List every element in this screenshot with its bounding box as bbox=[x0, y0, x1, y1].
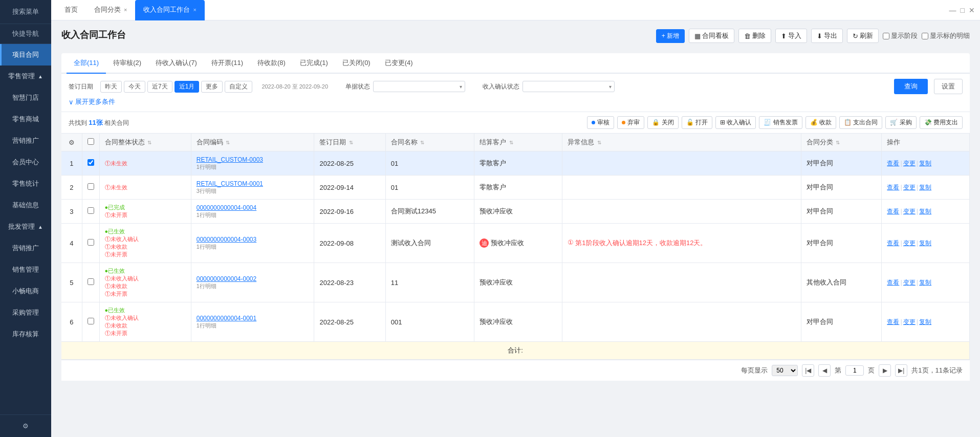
tab-contract-category-close[interactable]: × bbox=[124, 7, 127, 13]
sidebar-search[interactable]: 搜索菜单 bbox=[0, 0, 51, 24]
prev-page-btn[interactable]: ◀ bbox=[818, 364, 831, 377]
view-link[interactable]: 查看 bbox=[887, 239, 899, 247]
page-input[interactable] bbox=[845, 365, 864, 376]
show-detail-checkbox[interactable]: 显示标的明细 bbox=[922, 31, 970, 40]
sidebar-item-base-info[interactable]: 基础信息 bbox=[0, 194, 51, 216]
filter-tab-closed[interactable]: 已关闭(0) bbox=[335, 53, 378, 74]
sidebar-item-retail-mall[interactable]: 零售商城 bbox=[0, 108, 51, 130]
edit-link[interactable]: 变更 bbox=[903, 239, 916, 247]
contract-board-button[interactable]: ▦ 合同看板 bbox=[689, 29, 734, 43]
filter-tab-all[interactable]: 全部(11) bbox=[67, 53, 106, 74]
sort-date-icon[interactable]: ⇅ bbox=[349, 140, 353, 145]
import-button[interactable]: ⬆ 导入 bbox=[775, 29, 807, 43]
filter-tab-pending-invoice[interactable]: 待开票(11) bbox=[204, 53, 250, 74]
contract-code-link[interactable]: 0000000000004-0004 bbox=[197, 204, 256, 211]
minimize-btn[interactable]: — bbox=[949, 6, 956, 14]
row-checkbox[interactable] bbox=[88, 318, 94, 324]
open-contract-btn[interactable]: 🔓 打开 bbox=[682, 116, 712, 129]
sort-customer-icon[interactable]: ⇅ bbox=[509, 140, 513, 145]
export-button[interactable]: ⬇ 导出 bbox=[811, 29, 843, 43]
copy-link[interactable]: 复制 bbox=[919, 184, 931, 191]
date-btn-last7[interactable]: 近7天 bbox=[147, 81, 172, 93]
sort-exception-icon[interactable]: ⇅ bbox=[597, 140, 601, 145]
next-page-btn[interactable]: ▶ bbox=[879, 364, 891, 377]
sidebar-item-marketing2[interactable]: 营销推广 bbox=[0, 237, 51, 259]
sort-name-icon[interactable]: ⇅ bbox=[420, 140, 424, 145]
row-checkbox-cell[interactable] bbox=[82, 176, 99, 200]
view-link[interactable]: 查看 bbox=[887, 279, 899, 286]
edit-link[interactable]: 变更 bbox=[903, 160, 916, 167]
edit-link[interactable]: 变更 bbox=[903, 208, 916, 215]
edit-link[interactable]: 变更 bbox=[903, 279, 916, 286]
payment-out-btn[interactable]: 📋 支出合同 bbox=[839, 116, 882, 129]
row-checkbox-cell[interactable] bbox=[82, 263, 99, 302]
date-btn-last1month[interactable]: 近1月 bbox=[175, 81, 200, 93]
maximize-btn[interactable]: □ bbox=[961, 6, 965, 14]
sidebar-item-project[interactable]: 项目合同 bbox=[0, 44, 51, 65]
filter-tab-done[interactable]: 已完成(1) bbox=[293, 53, 335, 74]
sidebar-item-retail-mgmt[interactable]: 零售管理 ▲ bbox=[0, 65, 51, 87]
date-btn-custom[interactable]: 自定义 bbox=[225, 81, 252, 93]
setting-button[interactable]: 设置 bbox=[934, 79, 963, 94]
tab-income-workbench[interactable]: 收入合同工作台 × bbox=[135, 0, 204, 20]
sidebar-item-member[interactable]: 会员中心 bbox=[0, 151, 51, 173]
income-confirm-select[interactable] bbox=[522, 81, 615, 92]
expense-btn[interactable]: 💸 费用支出 bbox=[920, 116, 963, 129]
query-button[interactable]: 查询 bbox=[894, 79, 928, 94]
date-btn-yesterday[interactable]: 昨天 bbox=[100, 81, 122, 93]
view-link[interactable]: 查看 bbox=[887, 184, 899, 191]
view-link[interactable]: 查看 bbox=[887, 160, 899, 167]
payment-btn[interactable]: 💰 收款 bbox=[805, 116, 836, 129]
refresh-button[interactable]: ↻ 刷新 bbox=[847, 29, 879, 43]
edit-link[interactable]: 变更 bbox=[903, 184, 916, 191]
last-page-btn[interactable]: ▶| bbox=[895, 364, 907, 377]
copy-link[interactable]: 复制 bbox=[919, 279, 931, 286]
sidebar-item-sales-mgmt[interactable]: 销售管理 bbox=[0, 259, 51, 280]
view-link[interactable]: 查看 bbox=[887, 318, 899, 325]
sort-status-icon[interactable]: ⇅ bbox=[147, 140, 151, 145]
purchase-btn[interactable]: 🛒 采购 bbox=[885, 116, 916, 129]
row-checkbox[interactable] bbox=[88, 278, 94, 285]
contract-code-link[interactable]: RETAIL_CUSTOM-0003 bbox=[197, 156, 263, 163]
row-checkbox[interactable] bbox=[88, 239, 94, 246]
row-checkbox-cell[interactable] bbox=[82, 302, 99, 342]
tab-home[interactable]: 首页 bbox=[56, 0, 86, 20]
show-stage-checkbox[interactable]: 显示阶段 bbox=[883, 31, 918, 40]
abandon-btn[interactable]: 弃审 bbox=[617, 116, 644, 129]
sidebar-item-marketing[interactable]: 营销推广 bbox=[0, 130, 51, 151]
row-checkbox[interactable] bbox=[88, 207, 94, 214]
copy-link[interactable]: 复制 bbox=[919, 208, 931, 215]
contract-code-link[interactable]: RETAIL_CUSTOM-0001 bbox=[197, 180, 263, 187]
row-checkbox-cell[interactable] bbox=[82, 200, 99, 224]
tab-income-workbench-close[interactable]: × bbox=[193, 7, 196, 13]
sidebar-item-xiaomax[interactable]: 小畅电商 bbox=[0, 280, 51, 302]
select-all-checkbox[interactable] bbox=[88, 138, 94, 145]
view-link[interactable]: 查看 bbox=[887, 208, 899, 215]
col-settings[interactable]: ⚙ bbox=[61, 134, 82, 151]
filter-tab-pending-review[interactable]: 待审核(2) bbox=[106, 53, 148, 74]
sales-invoice-btn[interactable]: 🧾 销售发票 bbox=[759, 116, 802, 129]
sidebar-nav[interactable]: 快捷导航 bbox=[0, 24, 51, 44]
date-btn-today[interactable]: 今天 bbox=[124, 81, 145, 93]
page-size-select[interactable]: 50 100 200 bbox=[772, 365, 798, 376]
first-page-btn[interactable]: |◀ bbox=[802, 364, 814, 377]
row-checkbox-cell[interactable] bbox=[82, 224, 99, 263]
filter-tab-changed[interactable]: 已变更(4) bbox=[378, 53, 420, 74]
copy-link[interactable]: 复制 bbox=[919, 318, 931, 325]
row-checkbox-cell[interactable] bbox=[82, 151, 99, 176]
expand-conditions-btn[interactable]: ∨ 展开更多条件 bbox=[69, 97, 963, 106]
sidebar-item-stock[interactable]: 库存核算 bbox=[0, 323, 51, 345]
filter-tab-pending-income[interactable]: 待收入确认(7) bbox=[148, 53, 204, 74]
doc-status-select[interactable] bbox=[373, 81, 465, 92]
col-checkbox[interactable] bbox=[82, 134, 99, 151]
tab-contract-category[interactable]: 合同分类 × bbox=[86, 0, 135, 20]
filter-tab-pending-payment[interactable]: 待收款(8) bbox=[250, 53, 293, 74]
sort-code-icon[interactable]: ⇅ bbox=[226, 140, 230, 145]
income-confirm-btn[interactable]: ⊞ 收入确认 bbox=[715, 116, 756, 129]
sidebar-settings[interactable]: ⚙ bbox=[0, 414, 51, 437]
sidebar-item-retail-stat[interactable]: 零售统计 bbox=[0, 173, 51, 194]
copy-link[interactable]: 复制 bbox=[919, 239, 931, 247]
sort-category-icon[interactable]: ⇅ bbox=[836, 140, 840, 145]
contract-code-link[interactable]: 0000000000004-0002 bbox=[197, 275, 256, 282]
edit-link[interactable]: 变更 bbox=[903, 318, 916, 325]
